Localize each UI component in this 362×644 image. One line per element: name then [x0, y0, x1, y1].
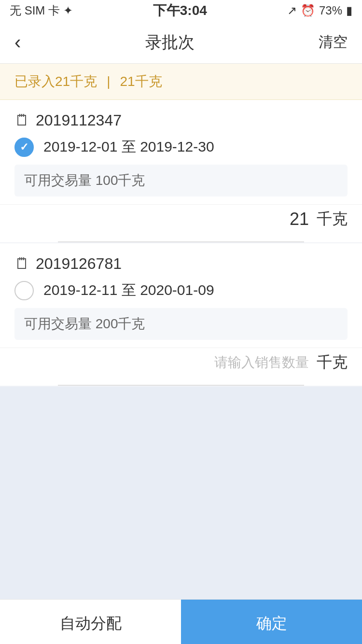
status-left: 无 SIM 卡 ✦ — [10, 3, 73, 18]
batch-header-2: 🗒 2019126781 — [0, 243, 362, 277]
batch-id-2: 2019126781 — [36, 255, 122, 273]
auto-distribute-button[interactable]: 自动分配 — [0, 600, 181, 644]
total-amount: 21千克 — [120, 72, 162, 91]
battery-text: 73% — [319, 4, 342, 17]
back-button[interactable]: ‹ — [14, 31, 21, 53]
batch-card-1: 🗒 2019112347 2019-12-01 至 2019-12-30 可用交… — [0, 100, 362, 242]
empty-area — [0, 387, 362, 599]
radio-button-1[interactable] — [14, 138, 34, 157]
bottom-bar: 自动分配 确定 — [0, 599, 362, 644]
location-icon: ↗ — [287, 4, 297, 17]
status-bar: 无 SIM 卡 ✦ 下午3:04 ↗ ⏰ 73% ▮ — [0, 0, 362, 21]
nav-bar: ‹ 录批次 清空 — [0, 21, 362, 64]
amount-unit-1: 千克 — [317, 209, 348, 230]
batch-date-2: 2019-12-11 至 2020-01-09 — [43, 280, 214, 300]
page-title: 录批次 — [145, 31, 195, 54]
sales-qty-placeholder: 请输入销售数量 — [14, 353, 309, 372]
batch-available-2: 可用交易量 200千克 — [14, 308, 348, 340]
divider-2 — [58, 385, 304, 386]
no-sim-text: 无 SIM 卡 ✦ — [10, 3, 73, 18]
amount-unit-2: 千克 — [317, 352, 348, 373]
batch-id-1: 2019112347 — [36, 112, 122, 129]
summary-divider: | — [107, 74, 110, 89]
batch-date-row-2: 2019-12-11 至 2020-01-09 — [0, 277, 362, 304]
batch-date-row-1: 2019-12-01 至 2019-12-30 — [0, 133, 362, 161]
alarm-icon: ⏰ — [301, 4, 315, 17]
batch-available-1: 可用交易量 100千克 — [14, 165, 348, 196]
batch-date-1: 2019-12-01 至 2019-12-30 — [43, 137, 214, 157]
battery-icon: ▮ — [346, 4, 352, 17]
batch-icon-1: 🗒 — [14, 112, 30, 129]
batch-card-2: 🗒 2019126781 2019-12-11 至 2020-01-09 可用交… — [0, 243, 362, 386]
batch-amount-row-2[interactable]: 请输入销售数量 千克 — [0, 348, 362, 385]
radio-button-2[interactable] — [14, 281, 34, 300]
divider-1 — [58, 241, 304, 242]
content-area: 🗒 2019112347 2019-12-01 至 2019-12-30 可用交… — [0, 100, 362, 644]
recorded-amount: 已录入21千克 — [14, 72, 97, 91]
batch-amount-row-1: 21 千克 — [0, 204, 362, 241]
amount-value-1: 21 — [290, 209, 309, 229]
batch-icon-2: 🗒 — [14, 255, 30, 273]
clear-button[interactable]: 清空 — [319, 32, 348, 52]
status-time: 下午3:04 — [153, 1, 207, 20]
summary-bar: 已录入21千克 | 21千克 — [0, 64, 362, 100]
batch-header-1: 🗒 2019112347 — [0, 100, 362, 133]
confirm-button[interactable]: 确定 — [181, 600, 362, 644]
status-right: ↗ ⏰ 73% ▮ — [287, 4, 352, 17]
